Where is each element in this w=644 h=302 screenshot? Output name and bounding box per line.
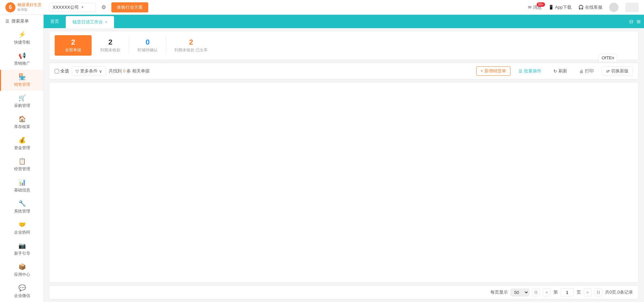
print-button[interactable]: 🖨 打印 [575,67,598,75]
app-download-button[interactable]: 📱 App下载 [548,4,572,10]
guide-icon: 📷 [18,242,26,249]
minimize-icon[interactable]: ⊟ [629,19,633,24]
sidebar-label-inventory: 库存核算 [14,124,30,130]
cooperation-icon: 🤝 [18,221,26,228]
online-service-button[interactable]: 🎧 在线客服 [578,4,602,10]
sidebar-label-sales: 销售管理 [14,82,30,87]
page-label: 第 [553,289,558,295]
tab-active[interactable]: 钱货日清工作台 × [66,16,114,28]
inventory-icon: 🏠 [18,115,26,123]
search-menu-label: 搜索菜单 [11,18,29,24]
sidebar-label-operation: 经营管理 [14,166,30,172]
page-input[interactable] [560,288,574,296]
system-icon: 🔧 [18,200,26,207]
select-all-input[interactable] [55,69,59,73]
add-order-button[interactable]: + 新增销货单 [476,66,511,76]
maximize-icon[interactable]: ⊞ [637,19,641,24]
sidebar-item-marketing[interactable]: 📢 营销推广 [0,49,43,70]
avatar[interactable] [609,3,619,12]
result-suffix: 相关单据 [132,68,150,73]
user-menu[interactable] [625,3,639,12]
stat-num-overdue-unpaid: 2 [108,38,112,47]
sidebar-item-inventory[interactable]: 🏠 库存核算 [0,112,43,133]
sidebar: ☰ 搜索菜单 ⚡ 快捷导航 📢 营销推广 🏪 销售管理 🛒 采购管理 🏠 库存核… [0,15,44,302]
result-count: 0 [123,68,125,73]
sidebar-item-purchase[interactable]: 🛒 采购管理 [0,91,43,112]
active-tab-label: 钱货日清工作台 [72,19,103,25]
top-header: 6 畅捷通好生意 标准版 XXXXXX公司 ▼ ⚙ 体验行业方案 ✉ 消息 99… [0,0,644,15]
refresh-button[interactable]: ↻ 刷新 [549,67,571,75]
service-icon: 🎧 [578,5,584,10]
message-icon: ✉ [528,5,532,10]
stat-card-shipped[interactable]: 2 到期未收款 已出库 [166,35,216,56]
header-right: ✉ 消息 99+ 📱 App下载 🎧 在线客服 [528,3,639,12]
sidebar-item-guide[interactable]: 📷 新手引导 [0,239,43,260]
sidebar-label-wechat: 企业微信 [14,293,30,299]
sidebar-item-sales[interactable]: 🏪 销售管理 [0,70,43,91]
download-icon: 📱 [548,5,554,10]
search-menu-button[interactable]: ☰ 搜索菜单 [0,15,43,27]
marketing-icon: 📢 [18,52,26,59]
sidebar-item-system[interactable]: 🔧 系统管理 [0,196,43,218]
dropdown-arrow-icon: ▼ [81,5,84,9]
page-content: 2 全部单据 2 到期未收款 0 旺铺待确认 2 到期未收款 已出库 [44,28,644,302]
toolbar: 全选 ▽ 更多条件 ∨ 共找到 0 条 相关单据 + 新增销货单 [49,63,639,79]
sidebar-item-wechat[interactable]: 💬 企业微信 [0,281,43,302]
settings-button[interactable]: ⚙ [99,2,109,12]
company-selector[interactable]: XXXXXX公司 ▼ [49,3,96,12]
online-service-label: 在线客服 [585,4,602,10]
first-page-button[interactable]: ⟨⟨ [532,288,540,296]
refresh-icon: ↻ [553,69,557,74]
wechat-icon: 💬 [18,284,26,292]
batch-icon: ☰ [519,69,523,74]
batch-label: 批量操作 [524,68,541,74]
print-label: 打印 [585,68,594,74]
total-info: 共0页,0条记录 [605,289,633,295]
often-badge: OfTEn [598,54,617,62]
stat-num-wangpu: 0 [146,38,150,47]
logo-icon: 6 [5,2,15,12]
sidebar-item-base-info[interactable]: 📊 基础信息 [0,175,43,196]
more-filter-button[interactable]: ▽ 更多条件 ∨ [72,66,106,76]
filter-icon: ▽ [75,69,79,74]
lightning-icon: ⚡ [18,31,26,38]
stat-label-overdue-unpaid: 到期未收款 [100,47,120,53]
filter-label: 更多条件 [80,68,98,74]
batch-operation-button[interactable]: ☰ 批量操作 [515,67,545,75]
result-unit: 条 [126,68,131,73]
stat-num-all: 2 [71,38,75,47]
stat-label-wangpu: 旺铺待确认 [138,47,158,53]
tab-close-icon[interactable]: × [105,20,107,24]
app-center-icon: 📦 [18,263,26,270]
per-page-select[interactable]: 50 100 200 [511,289,529,296]
sidebar-label-system: 系统管理 [14,208,30,214]
finance-icon: 💰 [18,136,26,144]
last-page-button[interactable]: ⟩⟩ [594,288,602,296]
select-all-checkbox[interactable]: 全选 [55,68,69,74]
next-page-button[interactable]: ＞ [584,288,592,296]
stats-row: 2 全部单据 2 到期未收款 0 旺铺待确认 2 到期未收款 已出库 [49,31,639,60]
stat-label-all: 全部单据 [65,47,81,53]
stat-card-wangpu[interactable]: 0 旺铺待确认 [129,35,166,56]
select-all-label: 全选 [60,68,69,74]
stat-card-all[interactable]: 2 全部单据 [55,35,92,56]
table-area [49,82,639,283]
switch-version-button[interactable]: ⇄ 切换新版 [602,66,633,76]
footer-bar: 每页显示 50 100 200 ⟨⟨ ＜ 第 页 ＞ ⟩⟩ 共0页,0条记录 [49,285,639,299]
sidebar-label-quick-nav: 快捷导航 [14,40,30,45]
sidebar-label-guide: 新手引导 [14,251,30,256]
sidebar-item-finance[interactable]: 💰 资金管理 [0,133,43,154]
trial-button[interactable]: 体验行业方案 [111,2,148,12]
sidebar-item-operation[interactable]: 📋 经营管理 [0,154,43,175]
content-area: 首页 钱货日清工作台 × ⊟ ⊞ 2 全部单据 2 [44,15,644,302]
messages-button[interactable]: ✉ 消息 99+ [528,4,542,10]
prev-page-button[interactable]: ＜ [543,288,551,296]
sidebar-label-purchase: 采购管理 [14,103,30,109]
sidebar-item-app-center[interactable]: 📦 应用中心 [0,260,43,281]
base-info-icon: 📊 [18,179,26,186]
tab-home[interactable]: 首页 [44,15,66,28]
toolbar-right: + 新增销货单 ☰ 批量操作 ↻ 刷新 🖨 打印 ⇄ [476,66,633,76]
sidebar-item-quick-nav[interactable]: ⚡ 快捷导航 [0,27,43,49]
sidebar-item-cooperation[interactable]: 🤝 企业协同 [0,218,43,239]
stat-card-overdue-unpaid[interactable]: 2 到期未收款 [92,35,129,56]
